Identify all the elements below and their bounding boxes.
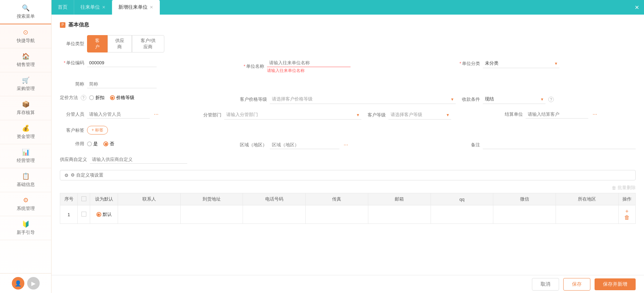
add-row-button[interactable]: + (625, 208, 628, 214)
table-row: 1 默认 (60, 205, 636, 224)
manager-input[interactable] (87, 110, 150, 119)
unit-category-label: *单位分类 (456, 60, 480, 67)
btn-supplier[interactable]: 供应商 (108, 35, 132, 52)
row-phone[interactable] (243, 205, 306, 224)
save-new-button[interactable]: 保存并新增 (595, 278, 636, 290)
sidebar-item-label: 基础信息 (17, 181, 35, 188)
contact-input[interactable] (121, 212, 177, 217)
region-label: 区域（地区） (240, 142, 267, 148)
manager-dots-icon[interactable]: ··· (152, 111, 160, 117)
sidebar-item-operations[interactable]: 📊 经营管理 (0, 144, 51, 168)
save-button[interactable]: 保存 (563, 278, 590, 291)
customer-level-select[interactable]: 请选择客户等级 ▾ (388, 110, 451, 120)
sidebar-item-system[interactable]: ⚙ 系统管理 (0, 192, 51, 216)
notes-input[interactable] (483, 141, 636, 149)
radio-yes[interactable]: 是 (87, 141, 98, 147)
th-address: 到货地址 (180, 193, 243, 205)
payment-terms-select[interactable]: 现结 ▾ (483, 95, 545, 104)
settlement-dots-icon[interactable]: ··· (591, 111, 598, 117)
region-cell-input[interactable] (559, 212, 615, 217)
tab-partners[interactable]: 往来单位 ✕ (74, 0, 112, 15)
unit-type-buttons: 客户 供应商 客户/供应商 (87, 35, 164, 52)
region-dots-icon[interactable]: ··· (342, 142, 350, 148)
sidebar-item-sales[interactable]: 🏠 销售管理 (0, 48, 51, 72)
chevron-dept-icon: ▾ (357, 112, 359, 117)
tab-partners-label: 往来单位 (80, 4, 100, 10)
wechat-input[interactable] (497, 212, 552, 217)
batch-delete-label[interactable]: 批量删除 (618, 185, 636, 191)
unit-name-field: *单位名称 请输入往来单位名称 (240, 59, 456, 74)
sidebar-item-label: 库存核算 (17, 109, 35, 116)
department-select[interactable]: 请输入分管部门 ▾ (224, 110, 362, 120)
payment-terms-value: 现结 (485, 96, 494, 102)
unit-name-input[interactable] (267, 59, 351, 67)
settlement-input[interactable] (526, 110, 588, 119)
user-avatar[interactable]: 👤 (12, 277, 24, 290)
radio-no[interactable]: 否 (103, 141, 114, 147)
fax-input[interactable] (309, 212, 364, 217)
radio-dot (111, 97, 113, 99)
btn-customer[interactable]: 客户 (87, 35, 108, 52)
radio-discount[interactable]: 折扣 (89, 95, 104, 101)
settlement-label: 结算单位 (498, 111, 523, 117)
disabled-label: 停用 (60, 141, 84, 147)
email-input[interactable] (372, 212, 427, 217)
help-icon-pricing[interactable]: ? (81, 95, 86, 100)
system-icon: ⚙ (23, 196, 29, 204)
supplier-custom-input[interactable] (90, 155, 187, 164)
finance-icon: 💰 (22, 124, 30, 132)
short-name-input[interactable] (87, 80, 157, 88)
radio-price-level[interactable]: 价格等级 (110, 95, 134, 101)
radio-no-circle (103, 141, 108, 146)
row-checkbox-input[interactable] (81, 212, 86, 217)
th-default: 设为默认 (90, 193, 118, 205)
row-region-cell[interactable] (556, 205, 619, 224)
close-partners-icon[interactable]: ✕ (102, 5, 105, 10)
default-radio[interactable]: 默认 (94, 211, 114, 218)
unit-code-input[interactable] (87, 59, 157, 67)
row-fax[interactable] (306, 205, 368, 224)
help-icon-payment[interactable]: ? (548, 97, 554, 102)
sidebar-item-purchase[interactable]: 🛒 采购管理 (0, 72, 51, 96)
cancel-button[interactable]: 取消 (532, 278, 559, 291)
region-input[interactable] (270, 141, 339, 149)
tab-bar-close-button[interactable]: ✕ (629, 0, 644, 15)
expand-icon[interactable]: ▶ (27, 277, 40, 290)
close-new-partner-icon[interactable]: ✕ (150, 5, 153, 10)
code-name-category-row: *单位编码 *单位名称 请输入往来单位名称 *单位分类 (60, 59, 636, 74)
row-email[interactable] (368, 205, 431, 224)
add-tag-button[interactable]: + 标签 (87, 126, 108, 135)
row-contact[interactable] (118, 205, 181, 224)
phone-input[interactable] (246, 212, 302, 217)
disabled-radio-group: 是 否 (87, 141, 114, 147)
th-fax: 传真 (306, 193, 368, 205)
row-wechat[interactable] (493, 205, 556, 224)
tab-home[interactable]: 首页 (52, 0, 74, 15)
customer-price-level-select[interactable]: 请选择客户价格等级 ▾ (270, 95, 456, 104)
inventory-icon: 📦 (22, 100, 30, 108)
th-action: 操作 (618, 193, 635, 205)
section-icon: P (60, 22, 65, 28)
manager-field: 分管人员 ··· (60, 110, 197, 119)
delete-row-button[interactable]: 🗑 (624, 214, 630, 221)
unit-category-select[interactable]: 未分类 ▾ (483, 59, 559, 68)
sidebar-item-basic-info[interactable]: 📋 基础信息 (0, 168, 51, 192)
btn-both[interactable]: 客户/供应商 (132, 35, 164, 52)
sidebar-item-search[interactable]: 🔍 搜索菜单 (0, 0, 51, 24)
header-checkbox[interactable] (81, 196, 86, 201)
sidebar-item-label: 新手引导 (17, 229, 35, 236)
row-qq[interactable] (431, 205, 493, 224)
qq-input[interactable] (434, 212, 490, 217)
sidebar-item-label: 经营管理 (17, 157, 35, 164)
disabled-field: 停用 是 否 (60, 141, 240, 147)
address-input[interactable] (184, 212, 239, 217)
sidebar-item-quick-nav[interactable]: ⊙ 快捷导航 (0, 24, 51, 48)
sidebar-item-guide[interactable]: 🔰 新手引导 (0, 216, 51, 240)
sidebar-item-finance[interactable]: 💰 资金管理 (0, 120, 51, 144)
sidebar-item-inventory[interactable]: 📦 库存核算 (0, 96, 51, 120)
chevron-price-level-icon: ▾ (451, 97, 454, 102)
tab-new-partner[interactable]: 新增往来单位 ✕ (112, 0, 160, 15)
custom-settings-button[interactable]: ⚙ ⚙ 自定义项设置 (60, 170, 636, 180)
row-address[interactable] (180, 205, 243, 224)
pricing-row: 定价方法 ? 折扣 价格等级 (60, 95, 636, 104)
